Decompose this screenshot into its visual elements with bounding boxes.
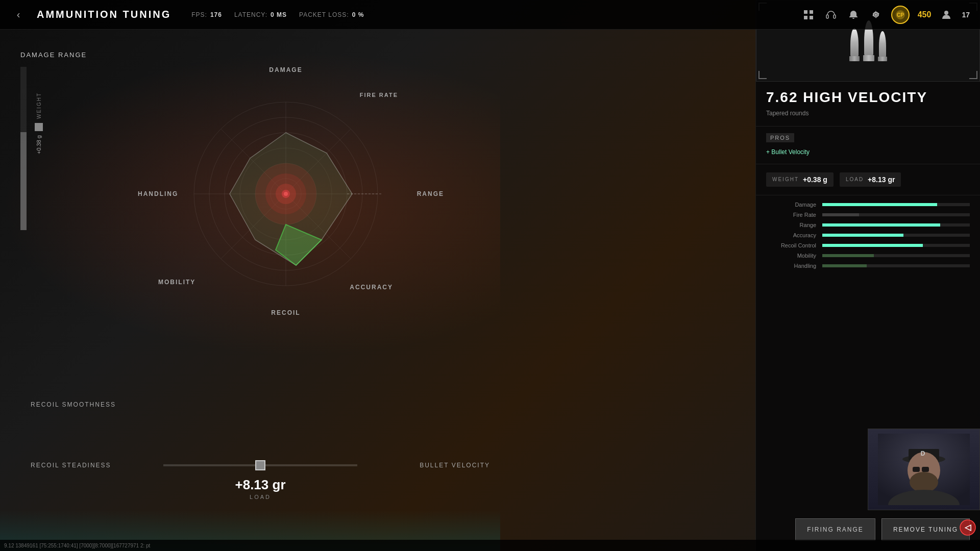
load-display: +8.13 gr LOAD <box>31 477 490 500</box>
svg-point-6 <box>874 13 877 16</box>
debug-text: 9.12 13849161 [75:255:1740:41] [7000][8:… <box>4 543 150 548</box>
packet-loss-label: PACKET LOSS: <box>299 11 349 18</box>
load-label: LOAD <box>31 494 490 500</box>
bottom-buttons: FIRING RANGE REMOVE TUNING <box>795 518 970 541</box>
grid-icon[interactable] <box>801 8 816 22</box>
stat-label-6: Handling <box>766 263 822 269</box>
weight-label: WEIGHT <box>36 92 42 119</box>
load-badge: LOAD +8.13 gr <box>840 172 901 187</box>
fps-stat: FPS: 176 <box>191 11 222 18</box>
weight-value: +0.38 g <box>36 135 42 154</box>
svg-rect-1 <box>810 10 813 14</box>
back-button[interactable]: ‹ <box>10 7 27 23</box>
packet-loss-stat: PACKET LOSS: 0 % <box>299 11 364 18</box>
topbar: ‹ AMMUNITION TUNING FPS: 176 LATENCY: 0 … <box>0 0 980 30</box>
svg-rect-0 <box>804 10 807 14</box>
svg-rect-35 <box>922 467 929 472</box>
recoil-steadiness-handle[interactable] <box>255 460 265 470</box>
corner-br <box>969 71 977 79</box>
firing-range-button[interactable]: FIRING RANGE <box>795 518 875 541</box>
topbar-right: CP 450 17 <box>801 6 970 24</box>
ammo-title: 7.62 HIGH VELOCITY <box>766 90 970 106</box>
webcam-silhouette: D <box>878 434 970 505</box>
stat-bar-track-6 <box>822 264 970 267</box>
damage-range-fill <box>20 132 27 230</box>
stat-bar-track-1 <box>822 213 970 216</box>
corner-bl <box>758 71 767 79</box>
svg-point-9 <box>944 11 948 15</box>
svg-rect-3 <box>810 16 813 19</box>
stat-bar-track-3 <box>822 234 970 237</box>
streamlabs-icon: ◁ <box>960 519 976 536</box>
packet-loss-value: 0 % <box>352 11 364 18</box>
fps-label: FPS: <box>191 11 207 18</box>
damage-range-bar <box>20 67 27 230</box>
stat-bar-fill-3 <box>822 234 903 237</box>
stat-row-3: Accuracy <box>766 232 970 238</box>
stat-bar-fill-4 <box>822 244 923 247</box>
debug-bar: 9.12 13849161 [75:255:1740:41] [7000][8:… <box>0 540 980 551</box>
latency-value: 0 MS <box>271 11 287 18</box>
weight-badge-value: +0.38 g <box>803 176 827 184</box>
recoil-steadiness-slider[interactable] <box>163 464 357 466</box>
stat-bar-track-0 <box>822 203 970 206</box>
stat-label-2: Range <box>766 222 822 228</box>
pros-section: PROS + Bullet Velocity <box>756 127 980 164</box>
weight-marker <box>35 123 43 131</box>
notifications-icon[interactable] <box>846 8 861 22</box>
stat-row-1: Fire Rate <box>766 212 970 218</box>
svg-rect-34 <box>913 467 920 472</box>
damage-range-label: DAMAGE RANGE <box>20 51 87 59</box>
points-value: 17 <box>962 11 970 19</box>
stat-label-1: Fire Rate <box>766 212 822 218</box>
svg-text:CP: CP <box>897 12 904 18</box>
ammo-description: Tapered rounds <box>766 109 970 118</box>
weight-indicator: WEIGHT +0.38 g <box>35 92 43 154</box>
stat-label-5: Mobility <box>766 253 822 259</box>
left-panel: DAMAGE RANGE WEIGHT +0.38 g <box>20 51 87 230</box>
stat-row-0: Damage <box>766 202 970 208</box>
topbar-stats: FPS: 176 LATENCY: 0 MS PACKET LOSS: 0 % <box>191 11 364 18</box>
player-icon[interactable] <box>939 8 953 22</box>
svg-point-33 <box>910 472 938 492</box>
svg-text:◁: ◁ <box>964 523 971 532</box>
webcam-overlay: D <box>868 429 980 510</box>
svg-rect-4 <box>826 15 828 18</box>
stat-row-2: Range <box>766 222 970 228</box>
recoil-steadiness-row: RECOIL STEADINESS BULLET VELOCITY <box>31 462 490 469</box>
topbar-left: ‹ AMMUNITION TUNING <box>10 7 171 23</box>
load-key: LOAD <box>846 177 864 182</box>
webcam-person: D <box>868 429 979 510</box>
weight-badge: WEIGHT +0.38 g <box>766 172 834 187</box>
load-badge-value: +8.13 gr <box>868 176 895 184</box>
stat-bar-fill-1 <box>822 213 859 216</box>
stat-bar-fill-6 <box>822 264 867 267</box>
recoil-smoothness-label: RECOIL SMOOTHNESS <box>31 401 116 408</box>
radar-label-handling: HANDLING <box>138 190 178 197</box>
stat-row-4: Recoil Control <box>766 242 970 248</box>
radar-label-recoil: RECOIL <box>271 309 300 316</box>
stat-label-3: Accuracy <box>766 232 822 238</box>
stats-section: DamageFire RateRangeAccuracyRecoil Contr… <box>756 195 980 279</box>
stat-label-4: Recoil Control <box>766 242 822 248</box>
remove-tuning-button[interactable]: REMOVE TUNING <box>881 518 970 541</box>
weight-load-row: WEIGHT +0.38 g LOAD +8.13 gr <box>756 164 980 195</box>
currency-amount: 450 <box>918 10 932 19</box>
svg-rect-5 <box>834 15 836 18</box>
settings-icon[interactable] <box>869 8 883 22</box>
weight-key: WEIGHT <box>772 177 799 182</box>
page-title: AMMUNITION TUNING <box>37 9 171 20</box>
svg-rect-2 <box>804 16 807 19</box>
load-value: +8.13 gr <box>31 477 490 493</box>
bottom-stat-labels: RECOIL SMOOTHNESS <box>31 401 116 408</box>
radar-label-damage: DAMAGE <box>269 66 302 73</box>
bullet-velocity-label: BULLET VELOCITY <box>368 462 490 469</box>
currency-icon: CP <box>891 6 910 24</box>
stat-bar-track-5 <box>822 254 970 257</box>
pros-label: PROS <box>766 133 794 142</box>
latency-label: LATENCY: <box>234 11 267 18</box>
tuning-controls: RECOIL STEADINESS BULLET VELOCITY +8.13 … <box>31 462 490 500</box>
stat-bar-track-4 <box>822 244 970 247</box>
right-panel: 7.62 HIGH VELOCITY Tapered rounds PROS +… <box>755 0 980 551</box>
headphones-icon[interactable] <box>824 8 838 22</box>
